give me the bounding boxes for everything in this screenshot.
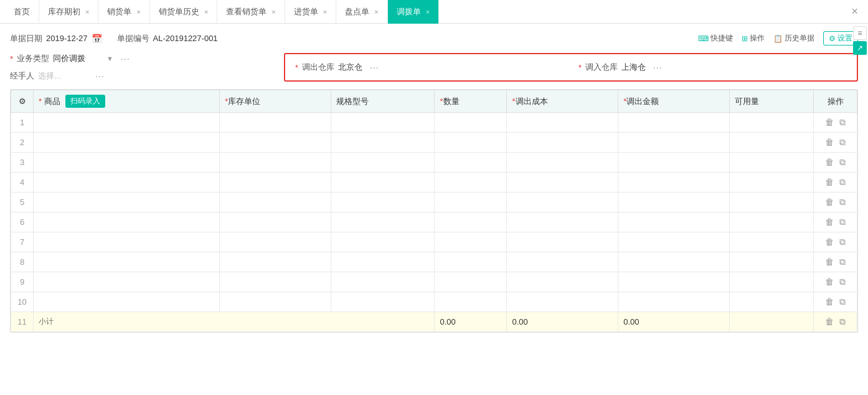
available-cell-8[interactable] <box>729 252 813 272</box>
qty-cell-10[interactable] <box>435 292 507 312</box>
product-cell-1[interactable] <box>34 113 220 133</box>
cost-cell-5[interactable] <box>507 193 618 212</box>
qty-cell-7[interactable] <box>435 232 507 252</box>
tab-stocktake[interactable]: 盘点单 × <box>336 0 387 24</box>
available-cell-7[interactable] <box>729 232 813 252</box>
unit-cell-3[interactable] <box>220 153 331 173</box>
unit-cell-7[interactable] <box>220 232 331 252</box>
available-cell-3[interactable] <box>729 153 813 173</box>
amount-cell-5[interactable] <box>618 193 730 212</box>
delete-icon-4[interactable]: 🗑 <box>823 177 836 187</box>
cost-cell-10[interactable] <box>507 292 618 312</box>
operation-action[interactable]: ⊞ 操作 <box>742 33 765 44</box>
cost-cell-7[interactable] <box>507 232 618 252</box>
spec-cell-3[interactable] <box>331 153 435 173</box>
cost-cell-3[interactable] <box>507 153 618 173</box>
copy-icon-6[interactable]: ⧉ <box>837 217 847 227</box>
product-cell-2[interactable] <box>34 133 220 153</box>
copy-icon-3[interactable]: ⧉ <box>837 157 847 167</box>
out-warehouse-more-icon[interactable]: ··· <box>370 62 379 72</box>
amount-cell-8[interactable] <box>618 252 730 272</box>
tab-view-sales-close[interactable]: × <box>271 8 275 16</box>
copy-icon-1[interactable]: ⧉ <box>837 117 847 127</box>
amount-cell-1[interactable] <box>618 113 730 133</box>
product-cell-4[interactable] <box>34 173 220 193</box>
sidebar-export-icon[interactable]: ↗ <box>853 41 867 55</box>
cost-cell-8[interactable] <box>507 252 618 272</box>
tab-sales-close[interactable]: × <box>136 8 140 16</box>
copy-icon-5[interactable]: ⧉ <box>837 197 847 207</box>
unit-cell-8[interactable] <box>220 252 331 272</box>
tab-sales-history-close[interactable]: × <box>204 8 208 16</box>
product-cell-6[interactable] <box>34 212 220 232</box>
spec-cell-5[interactable] <box>331 193 435 212</box>
amount-cell-9[interactable] <box>618 272 730 292</box>
cost-cell-9[interactable] <box>507 272 618 292</box>
tab-sales-history[interactable]: 销货单历史 × <box>150 0 217 24</box>
copy-icon-2[interactable]: ⧉ <box>837 137 847 147</box>
qty-cell-3[interactable] <box>435 153 507 173</box>
qty-cell-8[interactable] <box>435 252 507 272</box>
product-cell-3[interactable] <box>34 153 220 173</box>
available-cell-10[interactable] <box>729 292 813 312</box>
copy-icon-4[interactable]: ⧉ <box>837 177 847 187</box>
delete-icon-10[interactable]: 🗑 <box>823 297 836 307</box>
tab-inventory-init[interactable]: 库存期初 × <box>39 0 98 24</box>
unit-cell-5[interactable] <box>220 193 331 212</box>
copy-icon-8[interactable]: ⧉ <box>837 257 847 267</box>
delete-icon-2[interactable]: 🗑 <box>823 137 836 147</box>
business-select[interactable]: 同价调拨 ▼ <box>53 53 113 64</box>
qty-cell-4[interactable] <box>435 173 507 193</box>
tab-purchase[interactable]: 进货单 × <box>285 0 336 24</box>
unit-cell-6[interactable] <box>220 212 331 232</box>
cost-cell-2[interactable] <box>507 133 618 153</box>
amount-cell-3[interactable] <box>618 153 730 173</box>
tab-stocktake-close[interactable]: × <box>374 8 378 16</box>
unit-cell-10[interactable] <box>220 292 331 312</box>
copy-icon-7[interactable]: ⧉ <box>837 237 847 247</box>
tab-purchase-close[interactable]: × <box>323 8 327 16</box>
person-more-icon[interactable]: ··· <box>95 71 105 81</box>
spec-cell-4[interactable] <box>331 173 435 193</box>
qty-cell-5[interactable] <box>435 193 507 212</box>
available-cell-9[interactable] <box>729 272 813 292</box>
qty-cell-1[interactable] <box>435 113 507 133</box>
spec-cell-9[interactable] <box>331 272 435 292</box>
tab-bar-close-button[interactable]: × <box>846 5 863 18</box>
tab-transfer-close[interactable]: × <box>426 8 430 16</box>
spec-cell-8[interactable] <box>331 252 435 272</box>
tab-transfer[interactable]: 调拨单 × <box>388 0 439 24</box>
delete-icon-1[interactable]: 🗑 <box>823 117 836 127</box>
spec-cell-10[interactable] <box>331 292 435 312</box>
history-action[interactable]: 📋 历史单据 <box>773 33 814 44</box>
business-more-icon[interactable]: ··· <box>121 54 130 64</box>
delete-icon-5[interactable]: 🗑 <box>823 197 836 207</box>
gear-column-header[interactable]: ⚙ <box>11 90 34 113</box>
in-warehouse-value[interactable]: 上海仓 <box>621 62 646 73</box>
qty-cell-6[interactable] <box>435 212 507 232</box>
unit-cell-9[interactable] <box>220 272 331 292</box>
sidebar-list-icon[interactable]: ≡ <box>853 26 867 40</box>
cost-cell-6[interactable] <box>507 212 618 232</box>
product-cell-9[interactable] <box>34 272 220 292</box>
available-cell-1[interactable] <box>729 113 813 133</box>
delete-icon-6[interactable]: 🗑 <box>823 217 836 227</box>
copy-icon-10[interactable]: ⧉ <box>837 297 847 307</box>
qty-cell-9[interactable] <box>435 272 507 292</box>
delete-icon-subtotal[interactable]: 🗑 <box>823 316 836 326</box>
amount-cell-7[interactable] <box>618 232 730 252</box>
spec-cell-7[interactable] <box>331 232 435 252</box>
available-cell-4[interactable] <box>729 173 813 193</box>
available-cell-5[interactable] <box>729 193 813 212</box>
product-cell-8[interactable] <box>34 252 220 272</box>
unit-cell-4[interactable] <box>220 173 331 193</box>
scan-button[interactable]: 扫码录入 <box>65 95 105 108</box>
amount-cell-2[interactable] <box>618 133 730 153</box>
copy-icon-subtotal[interactable]: ⧉ <box>837 316 847 326</box>
calendar-icon[interactable]: 📅 <box>92 34 102 44</box>
amount-cell-6[interactable] <box>618 212 730 232</box>
person-placeholder[interactable]: 选择... <box>38 70 88 82</box>
in-warehouse-more-icon[interactable]: ··· <box>653 62 663 72</box>
out-warehouse-value[interactable]: 北京仓 <box>338 62 362 73</box>
amount-cell-10[interactable] <box>618 292 730 312</box>
